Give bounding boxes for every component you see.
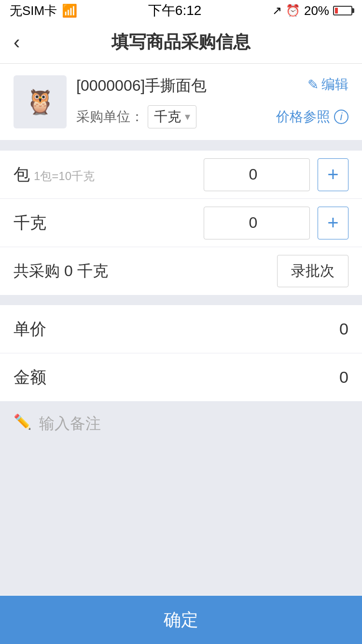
nav-bar: ‹ 填写商品采购信息 bbox=[0, 21, 362, 64]
pencil-icon: ✏️ bbox=[14, 413, 31, 430]
battery-percent: 20% bbox=[304, 3, 329, 18]
unit-value: 千克 bbox=[154, 108, 181, 126]
location-icon: ↗ bbox=[272, 4, 282, 17]
summary-text: 共采购 0 千克 bbox=[14, 261, 108, 282]
kg-input-row: 千克 + bbox=[0, 199, 362, 247]
unit-select[interactable]: 千克 ▾ bbox=[148, 105, 196, 128]
bag-quantity-input[interactable] bbox=[204, 158, 310, 191]
chevron-down-icon: ▾ bbox=[185, 111, 190, 123]
bag-label: 包 bbox=[14, 164, 30, 186]
status-left: 无SIM卡 📶 bbox=[10, 2, 77, 19]
battery-indicator bbox=[333, 6, 352, 15]
summary-row: 共采购 0 千克 录批次 bbox=[0, 247, 362, 295]
status-right: ↗ ⏰ 20% bbox=[272, 3, 352, 18]
confirm-button[interactable]: 确定 bbox=[0, 596, 362, 644]
unit-price-value: 0 bbox=[339, 320, 348, 338]
product-image: 🦉 bbox=[14, 75, 67, 128]
amount-value: 0 bbox=[339, 368, 348, 387]
kg-input-controls: + bbox=[46, 207, 348, 239]
price-ref-label: 价格参照 bbox=[276, 108, 330, 126]
bag-input-row: 包 1包=10千克 + bbox=[0, 151, 362, 199]
kg-plus-button[interactable]: + bbox=[318, 207, 348, 239]
product-name: [0000006]手撕面包 bbox=[76, 75, 307, 97]
edit-label: 编辑 bbox=[321, 75, 348, 94]
bag-sublabel: 1包=10千克 bbox=[34, 168, 95, 184]
kg-label: 千克 bbox=[14, 212, 46, 234]
section-divider-2 bbox=[0, 295, 362, 305]
edit-button[interactable]: ✎ 编辑 bbox=[307, 75, 348, 94]
unit-price-row: 单价 0 bbox=[0, 305, 362, 353]
unit-price-label: 单价 bbox=[14, 318, 46, 340]
product-thumbnail: 🦉 bbox=[25, 88, 55, 116]
product-card: 🦉 [0000006]手撕面包 ✎ 编辑 采购单位： 千克 ▾ bbox=[0, 64, 362, 141]
batch-button[interactable]: 录批次 bbox=[277, 255, 348, 287]
amount-label: 金额 bbox=[14, 366, 46, 389]
bag-plus-button[interactable]: + bbox=[318, 158, 348, 191]
bag-input-controls: + bbox=[95, 158, 348, 191]
wifi-icon: 📶 bbox=[62, 3, 77, 18]
clock: 下午6:12 bbox=[148, 1, 202, 20]
input-section: 包 1包=10千克 + 千克 + 共采购 0 千克 bbox=[0, 151, 362, 295]
page-title: 填写商品采购信息 bbox=[111, 30, 251, 54]
alarm-icon: ⏰ bbox=[286, 4, 300, 17]
product-header: [0000006]手撕面包 ✎ 编辑 bbox=[76, 75, 348, 97]
price-section: 单价 0 金额 0 bbox=[0, 305, 362, 402]
amount-row: 金额 0 bbox=[0, 353, 362, 402]
main-content: 🦉 [0000006]手撕面包 ✎ 编辑 采购单位： 千克 ▾ bbox=[0, 64, 362, 643]
unit-label: 采购单位： bbox=[76, 108, 144, 126]
status-bar: 无SIM卡 📶 下午6:12 ↗ ⏰ 20% bbox=[0, 0, 362, 21]
price-ref-button[interactable]: 价格参照 i bbox=[276, 108, 348, 126]
info-icon: i bbox=[334, 110, 348, 124]
product-unit-row: 采购单位： 千克 ▾ 价格参照 i bbox=[76, 105, 348, 128]
section-divider-1 bbox=[0, 141, 362, 151]
back-button[interactable]: ‹ bbox=[14, 31, 20, 53]
product-info: [0000006]手撕面包 ✎ 编辑 采购单位： 千克 ▾ 价格参照 i bbox=[76, 75, 348, 128]
carrier-label: 无SIM卡 bbox=[10, 2, 57, 19]
edit-icon: ✎ bbox=[307, 77, 319, 93]
note-section[interactable]: ✏️ 输入备注 bbox=[0, 402, 362, 595]
note-placeholder: 输入备注 bbox=[39, 413, 101, 434]
kg-quantity-input[interactable] bbox=[204, 207, 310, 239]
